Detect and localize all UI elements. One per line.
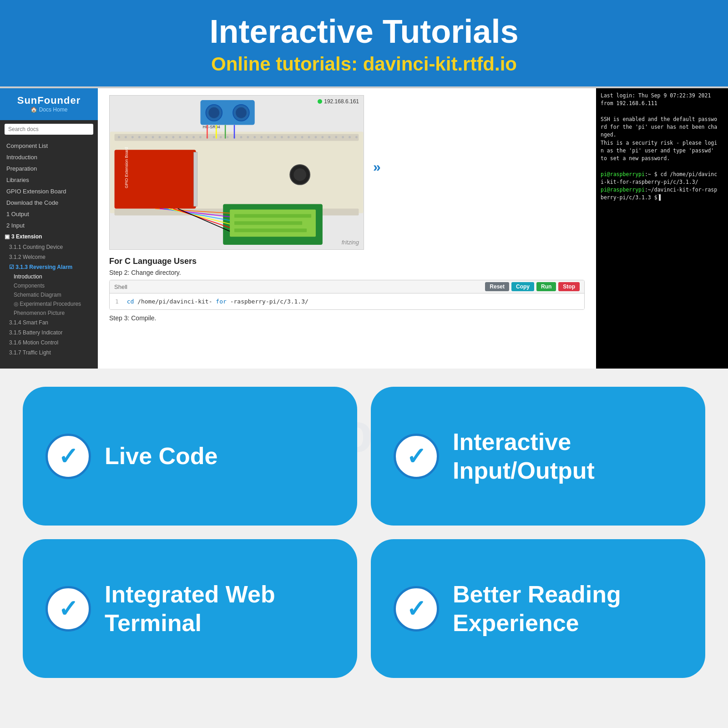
sidebar-logo: SunFounder 🏠 Docs Home xyxy=(0,88,98,120)
scroll-arrow: » xyxy=(373,159,381,175)
svg-point-14 xyxy=(192,136,195,138)
feature-label-live-code: Live Code xyxy=(105,442,218,470)
terminal-line-7: This is a security risk - please logi xyxy=(601,139,723,147)
line-number: 1 xyxy=(115,298,119,305)
sidebar-nav: Component List Introduction Preparation … xyxy=(0,138,98,359)
sidebar-item-introduction[interactable]: Introduction xyxy=(0,152,98,163)
svg-point-13 xyxy=(186,136,188,138)
ip-address: 192.168.6.161 xyxy=(324,98,359,105)
terminal-cmd-1b: i-kit-for-raspberry-pi/c/3.1.3/ xyxy=(601,179,698,185)
svg-point-29 xyxy=(294,136,297,138)
sidebar-item-313-phenomenon[interactable]: Phenomenon Picture xyxy=(0,308,98,318)
sidebar-item-317[interactable]: 3.1.7 Traffic Light xyxy=(0,348,98,358)
svg-point-26 xyxy=(274,136,276,138)
feature-label-reading: Better Reading Experience xyxy=(453,580,682,637)
sidebar-item-313-components[interactable]: Components xyxy=(0,281,98,290)
svg-rect-41 xyxy=(194,152,197,206)
sidebar-item-2input[interactable]: 2 Input xyxy=(0,220,98,231)
svg-rect-57 xyxy=(234,222,302,225)
svg-point-32 xyxy=(314,136,317,138)
code-block-header: Shell Reset Copy Run Stop xyxy=(110,280,584,293)
reset-button[interactable]: Reset xyxy=(485,282,509,291)
svg-point-22 xyxy=(247,136,249,138)
sidebar-item-1output[interactable]: 1 Output xyxy=(0,208,98,220)
svg-point-46 xyxy=(236,107,247,118)
svg-point-17 xyxy=(213,136,215,138)
sidebar-item-312[interactable]: 3.1.2 Welcome xyxy=(0,252,98,262)
sidebar-item-316[interactable]: 3.1.6 Motion Control xyxy=(0,338,98,348)
svg-point-5 xyxy=(131,136,134,138)
svg-rect-56 xyxy=(234,214,311,218)
sidebar-item-component-list[interactable]: Component List xyxy=(0,140,98,152)
code-buttons: Reset Copy Run Stop xyxy=(485,282,580,291)
terminal-text: Last login: Thu Sep 9 07:22:39 2021 from… xyxy=(601,92,723,202)
sidebar-item-313-intro[interactable]: Introduction xyxy=(0,272,98,281)
code-path: -raspberry-pi/c/3.1.3/ xyxy=(230,298,308,305)
search-input[interactable] xyxy=(5,124,93,135)
sidebar-docs-home[interactable]: 🏠 Docs Home xyxy=(5,106,92,117)
checkmark-reading: ✓ xyxy=(406,597,426,621)
run-button[interactable]: Run xyxy=(536,282,556,291)
sidebar-item-313-experimental[interactable]: ◎ Experimental Procedures xyxy=(0,299,98,308)
feature-check-live-code: ✓ xyxy=(46,434,91,479)
svg-text:HC-SR04: HC-SR04 xyxy=(202,125,220,129)
terminal-prompt-1: pi@raspberrypi:~ $ cd /home/pi/davinc xyxy=(601,171,723,178)
doc-content: 192.168.6.161 xyxy=(98,88,596,369)
svg-point-31 xyxy=(308,136,310,138)
svg-point-24 xyxy=(260,136,263,138)
shell-label: Shell xyxy=(114,283,127,290)
svg-point-33 xyxy=(321,136,324,138)
svg-point-7 xyxy=(145,136,147,138)
svg-point-8 xyxy=(152,136,154,138)
feature-card-web-terminal: ✓ Integrated Web Terminal xyxy=(23,539,357,678)
sidebar-item-313-schematic[interactable]: Schematic Diagram xyxy=(0,290,98,299)
sidebar-item-313[interactable]: ☑ 3.1.3 Reversing Alarm xyxy=(0,262,98,272)
terminal-line-3 xyxy=(601,108,723,116)
terminal-prompt-2b: berry-pi/c/3.1.3 $▌ xyxy=(601,194,723,202)
svg-point-37 xyxy=(349,136,351,138)
checkmark-io: ✓ xyxy=(406,445,426,468)
terminal-line-5: rd for the 'pi' user has not been cha xyxy=(601,123,723,131)
terminal-line-1: Last login: Thu Sep 9 07:22:39 2021 xyxy=(601,92,723,100)
main-content: SunFounder 🏠 Docs Home Component List In… xyxy=(0,86,728,369)
ip-indicator: 192.168.6.161 xyxy=(318,98,359,105)
feature-label-terminal: Integrated Web Terminal xyxy=(105,580,334,637)
feature-check-reading: ✓ xyxy=(394,586,439,632)
terminal-line-9: to set a new password. xyxy=(601,155,723,162)
svg-point-11 xyxy=(172,136,174,138)
sidebar-item-libraries[interactable]: Libraries xyxy=(0,174,98,186)
terminal-prompt-path: :~/davinci-kit-for-rasp xyxy=(645,187,717,193)
feature-label-io: Interactive Input/Output xyxy=(453,428,682,485)
sidebar-item-download[interactable]: Download the Code xyxy=(0,197,98,208)
code-keyword-for: for xyxy=(216,298,226,305)
copy-button[interactable]: Copy xyxy=(511,282,534,291)
checkmark-live-code: ✓ xyxy=(58,445,78,468)
svg-point-15 xyxy=(199,136,202,138)
svg-point-6 xyxy=(138,136,141,138)
terminal-line-6: nged. xyxy=(601,131,723,139)
sidebar-section-3: ▣ 3 Extension xyxy=(0,231,98,242)
fritzing-label: fritzing xyxy=(342,239,359,246)
sidebar-item-315[interactable]: 3.1.5 Battery Indicator xyxy=(0,328,98,338)
terminal-prompt-colon-1: :~ $ xyxy=(645,171,661,177)
terminal-panel: Last login: Thu Sep 9 07:22:39 2021 from… xyxy=(596,88,728,369)
header-title: Interactive Tutorials xyxy=(9,14,719,50)
sidebar-search-container xyxy=(0,120,98,138)
stop-button[interactable]: Stop xyxy=(558,282,580,291)
code-block-shell: Shell Reset Copy Run Stop 1 cd /home/pi/… xyxy=(109,280,585,310)
terminal-line-2: from 192.168.6.111 xyxy=(601,100,723,107)
svg-point-25 xyxy=(267,136,269,138)
checkmark-terminal: ✓ xyxy=(58,597,78,621)
feature-card-interactive-io: ✓ Interactive Input/Output xyxy=(371,387,705,526)
sidebar: SunFounder 🏠 Docs Home Component List In… xyxy=(0,88,98,369)
sidebar-item-preparation[interactable]: Preparation xyxy=(0,163,98,174)
svg-point-27 xyxy=(281,136,283,138)
sidebar-item-311[interactable]: 3.1.1 Counting Device xyxy=(0,242,98,252)
terminal-prompt-1b: i-kit-for-raspberry-pi/c/3.1.3/ xyxy=(601,178,723,186)
terminal-line-8: n as the 'pi' user and type 'passwd' xyxy=(601,147,723,155)
circuit-diagram: 192.168.6.161 xyxy=(109,95,364,250)
sidebar-item-314[interactable]: 3.1.4 Smart Fan xyxy=(0,318,98,328)
svg-point-18 xyxy=(220,136,222,138)
sidebar-item-gpio[interactable]: GPIO Extension Board xyxy=(0,186,98,197)
svg-point-23 xyxy=(253,136,256,138)
